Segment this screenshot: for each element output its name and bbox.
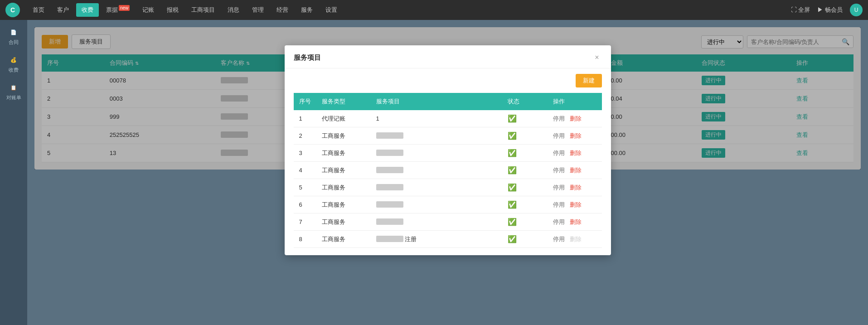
status-check-icon: ✅: [508, 115, 517, 122]
modal-col-action: 操作: [548, 93, 602, 110]
modal-col-item: 服务项目: [371, 93, 502, 110]
modal-cell-type: 工商服务: [316, 179, 371, 196]
nav-item-bookkeeping[interactable]: 记账: [137, 3, 160, 17]
nav-item-operation[interactable]: 经营: [271, 3, 294, 17]
nav-item-settings[interactable]: 设置: [320, 3, 343, 17]
fullscreen-btn[interactable]: ⛶ 全屏: [791, 6, 810, 14]
modal-close-button[interactable]: ×: [592, 53, 601, 63]
modal-cell-item: [371, 179, 502, 196]
main-content: 新增 服务项目 进行中 已结束 全部 🔍: [27, 20, 868, 325]
fee-icon: 💰: [9, 55, 19, 65]
modal-cell-action: 停用 删除: [548, 162, 602, 179]
delete-button[interactable]: 删除: [570, 218, 582, 225]
sidebar: 📄 合同 💰 收费 📋 对账单: [0, 20, 27, 325]
sidebar-item-statement[interactable]: 📋 对账单: [2, 79, 25, 105]
modal-cell-item: [371, 213, 502, 231]
modal-col-status: 状态: [502, 93, 548, 110]
modal-cell-seq: 5: [294, 179, 316, 196]
modal-cell-item: [371, 145, 502, 162]
nav-item-manage[interactable]: 管理: [247, 3, 269, 17]
modal-table-row: 6 工商服务 ✅ 停用 删除: [294, 196, 602, 213]
modal-cell-seq: 8: [294, 231, 316, 248]
modal-cell-type: 工商服务: [316, 162, 371, 179]
status-check-icon: ✅: [508, 201, 517, 209]
modal-toolbar: 新建: [285, 68, 611, 93]
modal-cell-action: 停用 删除: [548, 127, 602, 145]
modal-table-row: 7 工商服务 ✅ 停用 删除: [294, 213, 602, 231]
modal-overlay: 服务项目 × 新建 序号 服务类型 服务项目: [34, 27, 861, 170]
modal-cell-status: ✅: [502, 213, 548, 231]
nav-item-home[interactable]: 首页: [27, 3, 50, 17]
status-check-icon: ✅: [508, 235, 517, 243]
nav-item-fee[interactable]: 收费: [76, 3, 99, 17]
stop-button[interactable]: 停用: [553, 236, 565, 243]
nav-item-invoice[interactable]: 票据new: [101, 3, 135, 17]
delete-button[interactable]: 删除: [570, 167, 582, 174]
modal-cell-item: 1: [371, 110, 502, 127]
modal-new-button[interactable]: 新建: [576, 74, 602, 87]
modal-table-row: 8 工商服务 注册 ✅ 停用 删除: [294, 231, 602, 248]
modal-cell-item: [371, 162, 502, 179]
status-check-icon: ✅: [508, 132, 517, 140]
modal-cell-type: 工商服务: [316, 213, 371, 231]
modal-cell-action: 停用 删除: [548, 213, 602, 231]
nav-item-business[interactable]: 工商项目: [186, 3, 220, 17]
status-check-icon: ✅: [508, 149, 517, 157]
nav-item-service[interactable]: 服务: [296, 3, 318, 17]
modal-col-seq: 序号: [294, 93, 316, 110]
status-check-icon: ✅: [508, 184, 517, 191]
sidebar-item-fee[interactable]: 💰 收费: [2, 51, 25, 77]
delete-button[interactable]: 删除: [570, 201, 582, 208]
service-item-modal: 服务项目 × 新建 序号 服务类型 服务项目: [285, 45, 611, 255]
modal-cell-type: 工商服务: [316, 145, 371, 162]
modal-cell-item: [371, 196, 502, 213]
sidebar-item-contract[interactable]: 📄 合同: [2, 24, 25, 49]
modal-cell-status: ✅: [502, 162, 548, 179]
modal-cell-seq: 6: [294, 196, 316, 213]
stop-button[interactable]: 停用: [553, 115, 565, 122]
modal-table-row: 5 工商服务 ✅ 停用 删除: [294, 179, 602, 196]
member-btn[interactable]: ▶ 畅会员: [817, 6, 843, 14]
status-check-icon: ✅: [508, 166, 517, 174]
new-badge: new: [119, 5, 130, 11]
modal-table: 序号 服务类型 服务项目 状态 操作 1 代理记账 1 ✅ 停用: [294, 93, 602, 248]
stop-button[interactable]: 停用: [553, 150, 565, 156]
stop-button[interactable]: 停用: [553, 201, 565, 208]
modal-cell-status: ✅: [502, 127, 548, 145]
stop-button[interactable]: 停用: [553, 167, 565, 174]
modal-cell-action: 停用 删除: [548, 196, 602, 213]
nav-right: ⛶ 全屏 ▶ 畅会员 U: [791, 4, 863, 16]
modal-table-row: 1 代理记账 1 ✅ 停用 删除: [294, 110, 602, 127]
modal-cell-seq: 2: [294, 127, 316, 145]
main-layout: 📄 合同 💰 收费 📋 对账单 新增 服务项目 进行中 已结束 全部: [0, 20, 868, 325]
modal-cell-item: 注册: [371, 231, 502, 248]
modal-col-type: 服务类型: [316, 93, 371, 110]
modal-cell-status: ✅: [502, 145, 548, 162]
modal-cell-status: ✅: [502, 110, 548, 127]
stop-button[interactable]: 停用: [553, 132, 565, 139]
delete-button[interactable]: 删除: [570, 150, 582, 156]
modal-header: 服务项目 ×: [285, 45, 611, 68]
modal-table-row: 2 工商服务 ✅ 停用 删除: [294, 127, 602, 145]
modal-cell-type: 工商服务: [316, 127, 371, 145]
stop-button[interactable]: 停用: [553, 218, 565, 225]
avatar[interactable]: U: [850, 4, 863, 16]
delete-button[interactable]: 删除: [570, 132, 582, 139]
modal-title: 服务项目: [294, 53, 321, 62]
modal-cell-type: 工商服务: [316, 231, 371, 248]
modal-cell-status: ✅: [502, 196, 548, 213]
nav-item-message[interactable]: 消息: [222, 3, 245, 17]
modal-body: 序号 服务类型 服务项目 状态 操作 1 代理记账 1 ✅ 停用: [285, 93, 611, 255]
modal-cell-item: [371, 127, 502, 145]
statement-icon: 📋: [9, 82, 19, 92]
modal-cell-action: 停用 删除: [548, 231, 602, 248]
modal-cell-action: 停用 删除: [548, 110, 602, 127]
nav-item-customer[interactable]: 客户: [52, 3, 74, 17]
nav-item-tax[interactable]: 报税: [161, 3, 184, 17]
delete-button[interactable]: 删除: [570, 115, 582, 122]
modal-cell-type: 代理记账: [316, 110, 371, 127]
modal-table-row: 3 工商服务 ✅ 停用 删除: [294, 145, 602, 162]
delete-button[interactable]: 删除: [570, 184, 582, 191]
stop-button[interactable]: 停用: [553, 184, 565, 191]
modal-cell-type: 工商服务: [316, 196, 371, 213]
